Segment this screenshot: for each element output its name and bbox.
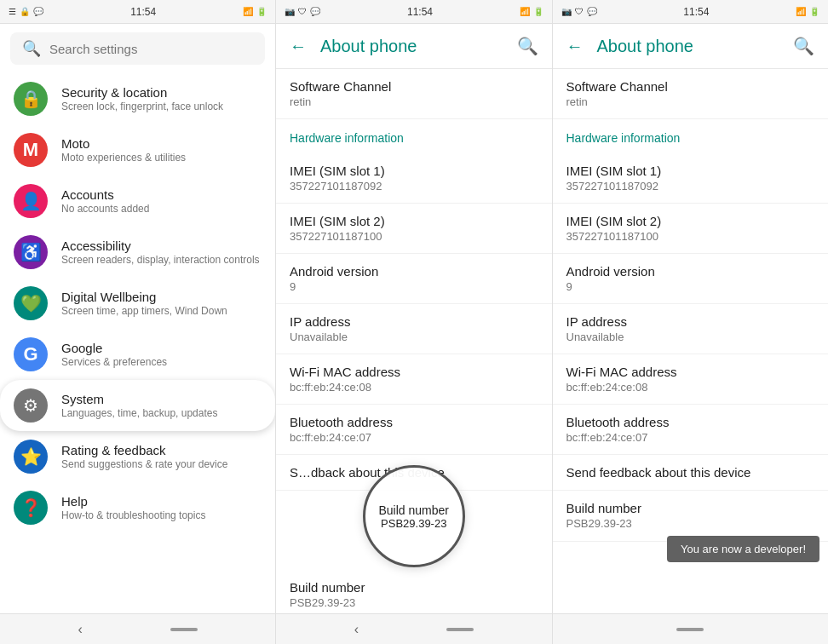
message-icon-mid: 💬 [310, 7, 320, 16]
about-title-middle: About phone [320, 37, 503, 56]
search-icon-right[interactable]: 🔍 [793, 36, 814, 56]
nav-home-right[interactable] [676, 628, 704, 631]
about-item-bt[interactable]: Bluetooth address bc:ff:eb:24:ce:07 [276, 405, 552, 455]
sidebar-item-security[interactable]: 🔒 Security & location Screen lock, finge… [0, 73, 275, 124]
bt-value-r: bc:ff:eb:24:ce:07 [566, 431, 815, 444]
bt-label: Bluetooth address [290, 415, 538, 429]
search-input[interactable] [49, 42, 253, 56]
system-subtitle: Languages, time, backup, updates [61, 407, 262, 419]
nav-home-mid[interactable] [446, 628, 474, 631]
security-icon: 🔒 [14, 82, 48, 116]
sidebar-item-wellbeing[interactable]: 💚 Digital Wellbeing Screen time, app tim… [0, 278, 275, 329]
wifi-mac-label-r: Wi-Fi MAC address [566, 365, 815, 379]
help-title: Help [61, 494, 262, 509]
sidebar-item-accounts[interactable]: 👤 Accounts No accounts added [0, 175, 275, 227]
google-subtitle: Services & preferences [61, 356, 262, 368]
about-panel-middle: ← About phone 🔍 Software Channel retin H… [276, 24, 553, 613]
status-right-icons-left: 📶 🔋 [243, 7, 267, 16]
shield-icon-mid: 🛡 [298, 7, 307, 16]
sidebar-item-help[interactable]: ❓ Help How-to & troubleshooting topics [0, 482, 275, 533]
accounts-title: Accounts [61, 187, 262, 202]
about-item-build-r[interactable]: Build number PSB29.39-23 [553, 491, 829, 542]
search-bar[interactable]: 🔍 [10, 32, 265, 65]
signal-icon-right: 📶 [796, 7, 806, 16]
about-item-ip[interactable]: IP address Unavailable [276, 304, 552, 354]
about-item-imei1-r[interactable]: IMEI (SIM slot 1) 357227101187092 [553, 153, 829, 204]
system-icon: ⚙ [14, 388, 48, 423]
google-title: Google [61, 341, 262, 355]
back-button-right[interactable]: ← [566, 37, 584, 56]
wellbeing-title: Digital Wellbeing [61, 290, 262, 304]
about-item-imei1[interactable]: IMEI (SIM slot 1) 357227101187092 [276, 153, 552, 204]
moto-subtitle: Moto experiences & utilities [61, 152, 262, 164]
imei2-value: 357227101187100 [290, 230, 538, 243]
status-time-mid: 11:54 [407, 6, 433, 18]
moto-title: Moto [61, 136, 262, 151]
build-label: Build number [290, 580, 538, 595]
about-item-software-channel-r[interactable]: Software Channel retin [553, 69, 829, 119]
security-title: Security & location [61, 85, 262, 100]
about-item-imei2[interactable]: IMEI (SIM slot 2) 357227101187100 [276, 204, 552, 254]
accounts-icon: 👤 [14, 184, 48, 218]
status-section-mid: 📷 🛡 💬 11:54 📶 🔋 [276, 0, 552, 23]
about-item-wifi-mac[interactable]: Wi-Fi MAC address bc:ff:eb:24:ce:08 [276, 354, 552, 405]
shield-icon: 🔒 [20, 7, 30, 16]
about-item-ip-r[interactable]: IP address Unavailable [553, 304, 829, 354]
sidebar-item-moto[interactable]: M Moto Moto experiences & utilities [0, 124, 275, 175]
hardware-info-header-middle: Hardware information [276, 119, 552, 153]
back-button-middle[interactable]: ← [290, 37, 307, 56]
about-item-feedback-r[interactable]: Send feedback about this device [553, 455, 829, 491]
build-value-r: PSB29.39-23 [566, 517, 815, 530]
about-item-bt-r[interactable]: Bluetooth address bc:ff:eb:24:ce:07 [553, 405, 829, 455]
shield-icon-right: 🛡 [575, 7, 584, 16]
about-item-build[interactable]: Build number PSB29.39-23 Build number PS… [276, 491, 552, 613]
nav-back-left[interactable]: ‹ [78, 622, 83, 637]
search-icon-middle[interactable]: 🔍 [517, 36, 538, 56]
status-time-right: 11:54 [683, 6, 709, 18]
sidebar-item-system[interactable]: ⚙ System Languages, time, backup, update… [0, 380, 275, 431]
wifi-mac-value-r: bc:ff:eb:24:ce:08 [566, 381, 815, 394]
hardware-info-header-right: Hardware information [553, 119, 829, 153]
nav-home-left[interactable] [170, 628, 198, 631]
about-panel-right: ← About phone 🔍 Software Channel retin H… [553, 24, 829, 613]
nav-back-mid[interactable]: ‹ [354, 622, 359, 637]
wellbeing-subtitle: Screen time, app timers, Wind Down [61, 305, 262, 317]
message-icon-right: 💬 [587, 7, 597, 16]
android-version-value-r: 9 [566, 280, 815, 293]
help-subtitle: How-to & troubleshooting topics [61, 509, 262, 521]
about-item-software-channel[interactable]: Software Channel retin [276, 69, 552, 119]
rating-subtitle: Send suggestions & rate your device [61, 458, 262, 470]
main-layout: 🔍 🔒 Security & location Screen lock, fin… [0, 24, 828, 613]
build-label-r: Build number [566, 501, 815, 515]
about-item-imei2-r[interactable]: IMEI (SIM slot 2) 357227101187100 [553, 204, 829, 254]
status-bar: ☰ 🔒 💬 11:54 📶 🔋 📷 🛡 💬 11:54 📶 🔋 📷 🛡 💬 11… [0, 0, 828, 24]
sidebar-item-rating[interactable]: ⭐ Rating & feedback Send suggestions & r… [0, 431, 275, 482]
signal-icon-left: 📶 [243, 7, 253, 16]
about-header-right: ← About phone 🔍 [553, 24, 829, 69]
about-item-android[interactable]: Android version 9 [276, 254, 552, 304]
sidebar-item-google[interactable]: G Google Services & preferences [0, 329, 275, 380]
software-channel-label-r: Software Channel [566, 79, 815, 94]
software-channel-value: retin [290, 95, 538, 108]
bt-value: bc:ff:eb:24:ce:07 [290, 431, 538, 444]
about-item-wifi-mac-r[interactable]: Wi-Fi MAC address bc:ff:eb:24:ce:08 [553, 354, 829, 405]
settings-list: 🔒 Security & location Screen lock, finge… [0, 73, 275, 613]
system-title: System [61, 392, 262, 406]
status-right-icons-mid: 📶 🔋 [520, 7, 543, 16]
feedback-label-r: Send feedback about this device [566, 465, 815, 480]
sidebar-item-accessibility[interactable]: ♿ Accessibility Screen readers, display,… [0, 227, 275, 278]
about-item-android-r[interactable]: Android version 9 [553, 254, 829, 304]
about-list-middle: Software Channel retin Hardware informat… [276, 69, 552, 613]
imei1-label: IMEI (SIM slot 1) [290, 164, 538, 178]
help-icon: ❓ [14, 491, 48, 525]
wifi-mac-value: bc:ff:eb:24:ce:08 [290, 381, 538, 394]
message-icon: 💬 [33, 7, 43, 16]
imei1-label-r: IMEI (SIM slot 1) [566, 164, 815, 178]
status-section-left: ☰ 🔒 💬 11:54 📶 🔋 [0, 0, 276, 23]
battery-icon-mid: 🔋 [533, 7, 543, 16]
software-channel-value-r: retin [566, 95, 815, 108]
imei1-value: 357227101187092 [290, 180, 538, 193]
imei2-value-r: 357227101187100 [566, 230, 815, 243]
nav-bar: ‹ ‹ [0, 613, 828, 644]
wellbeing-icon: 💚 [14, 286, 48, 320]
